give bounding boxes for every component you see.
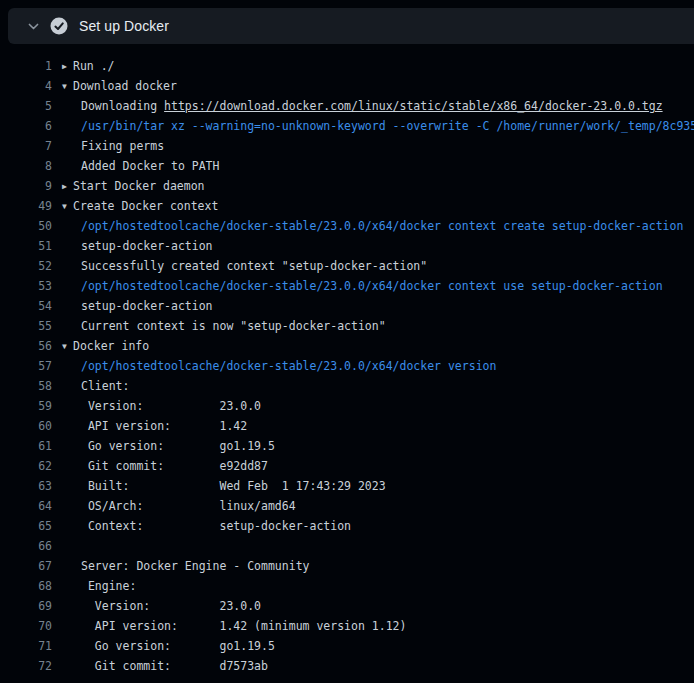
log-text: API version: 1.42 <box>81 419 247 433</box>
line-number[interactable]: 54 <box>0 296 52 316</box>
log-line-content: Successfully created context "setup-dock… <box>81 256 427 276</box>
line-number[interactable]: 55 <box>0 316 52 336</box>
group-collapsed-icon: ▶ <box>62 57 73 76</box>
line-number[interactable]: 1 <box>0 56 52 76</box>
log-container: 1▶Run ./4▼Download docker5Downloading ht… <box>0 44 694 676</box>
log-line: 52Successfully created context "setup-do… <box>0 256 694 276</box>
line-number[interactable]: 66 <box>0 536 52 556</box>
line-number[interactable]: 62 <box>0 456 52 476</box>
group-title: Start Docker daemon <box>73 179 205 193</box>
log-text: Client: <box>81 379 129 393</box>
line-number[interactable]: 65 <box>0 516 52 536</box>
log-line-content: /opt/hostedtoolcache/docker-stable/23.0.… <box>81 216 683 236</box>
line-number[interactable]: 50 <box>0 216 52 236</box>
log-line-group[interactable]: 9▶Start Docker daemon <box>0 176 694 196</box>
log-text: Engine: <box>81 579 136 593</box>
line-number[interactable]: 59 <box>0 396 52 416</box>
log-line-content: Go version: go1.19.5 <box>81 436 275 456</box>
log-line-content: Git commit: d7573ab <box>81 656 268 676</box>
log-line-content: ▼Create Docker context <box>62 196 218 216</box>
group-collapsed-icon: ▶ <box>62 177 73 196</box>
log-line-content: ▶Run ./ <box>62 56 115 76</box>
log-line: 65 Context: setup-docker-action <box>0 516 694 536</box>
log-text: Successfully created context "setup-dock… <box>81 259 427 273</box>
line-number[interactable]: 68 <box>0 576 52 596</box>
line-number[interactable]: 71 <box>0 636 52 656</box>
log-text: API version: 1.42 (minimum version 1.12) <box>81 619 406 633</box>
log-link[interactable]: https://download.docker.com/linux/static… <box>164 99 663 113</box>
line-number[interactable]: 58 <box>0 376 52 396</box>
log-line-group[interactable]: 1▶Run ./ <box>0 56 694 76</box>
line-number[interactable]: 5 <box>0 96 52 116</box>
log-line: 54setup-docker-action <box>0 296 694 316</box>
log-text: Git commit: e92dd87 <box>81 459 268 473</box>
line-number[interactable]: 57 <box>0 356 52 376</box>
log-line: 70 API version: 1.42 (minimum version 1.… <box>0 616 694 636</box>
line-number[interactable]: 51 <box>0 236 52 256</box>
line-number[interactable]: 8 <box>0 156 52 176</box>
log-line-content: setup-docker-action <box>81 236 213 256</box>
log-line-content: Built: Wed Feb 1 17:43:29 2023 <box>81 476 386 496</box>
line-number[interactable]: 56 <box>0 336 52 356</box>
group-expanded-icon: ▼ <box>62 77 73 96</box>
log-line-group[interactable]: 4▼Download docker <box>0 76 694 96</box>
check-circle-icon <box>50 17 68 35</box>
log-line-content: Client: <box>81 376 129 396</box>
log-line: 66 <box>0 536 694 556</box>
log-text: Current context is now "setup-docker-act… <box>81 319 386 333</box>
log-line: 6/usr/bin/tar xz --warning=no-unknown-ke… <box>0 116 694 136</box>
line-number[interactable]: 60 <box>0 416 52 436</box>
step-title: Set up Docker <box>79 18 169 34</box>
log-line: 53/opt/hostedtoolcache/docker-stable/23.… <box>0 276 694 296</box>
log-line: 61 Go version: go1.19.5 <box>0 436 694 456</box>
line-number[interactable]: 64 <box>0 496 52 516</box>
log-line: 8Added Docker to PATH <box>0 156 694 176</box>
command-text: /opt/hostedtoolcache/docker-stable/23.0.… <box>81 279 663 293</box>
log-line-group[interactable]: 56▼Docker info <box>0 336 694 356</box>
group-expanded-icon: ▼ <box>62 197 73 216</box>
log-line: 68 Engine: <box>0 576 694 596</box>
log-text: Downloading <box>81 99 164 113</box>
chevron-down-icon[interactable] <box>27 20 40 33</box>
group-title: Docker info <box>73 339 149 353</box>
log-line: 63 Built: Wed Feb 1 17:43:29 2023 <box>0 476 694 496</box>
log-text: Fixing perms <box>81 139 164 153</box>
log-line-content: Downloading https://download.docker.com/… <box>81 96 663 116</box>
command-text: /opt/hostedtoolcache/docker-stable/23.0.… <box>81 219 683 233</box>
log-line-group[interactable]: 49▼Create Docker context <box>0 196 694 216</box>
log-line-content: Git commit: e92dd87 <box>81 456 268 476</box>
log-text: setup-docker-action <box>81 239 213 253</box>
line-number[interactable]: 52 <box>0 256 52 276</box>
log-line-content: API version: 1.42 <box>81 416 247 436</box>
log-text: Added Docker to PATH <box>81 159 219 173</box>
log-line-content: Version: 23.0.0 <box>81 396 261 416</box>
log-line: 64 OS/Arch: linux/amd64 <box>0 496 694 516</box>
line-number[interactable]: 70 <box>0 616 52 636</box>
line-number[interactable]: 61 <box>0 436 52 456</box>
line-number[interactable]: 63 <box>0 476 52 496</box>
log-line: 55Current context is now "setup-docker-a… <box>0 316 694 336</box>
line-number[interactable]: 9 <box>0 176 52 196</box>
line-number[interactable]: 53 <box>0 276 52 296</box>
log-line: 50/opt/hostedtoolcache/docker-stable/23.… <box>0 216 694 236</box>
log-line-content: /opt/hostedtoolcache/docker-stable/23.0.… <box>81 356 496 376</box>
line-number[interactable]: 7 <box>0 136 52 156</box>
log-line-content: ▶Start Docker daemon <box>62 176 205 196</box>
line-number[interactable]: 4 <box>0 76 52 96</box>
group-title: Create Docker context <box>73 199 218 213</box>
log-line-content: Current context is now "setup-docker-act… <box>81 316 386 336</box>
log-line: 69 Version: 23.0.0 <box>0 596 694 616</box>
line-number[interactable]: 49 <box>0 196 52 216</box>
log-line-content: Go version: go1.19.5 <box>81 636 275 656</box>
line-number[interactable]: 72 <box>0 656 52 676</box>
log-line: 72 Git commit: d7573ab <box>0 656 694 676</box>
line-number[interactable]: 67 <box>0 556 52 576</box>
log-text: setup-docker-action <box>81 299 213 313</box>
log-line-content: /usr/bin/tar xz --warning=no-unknown-key… <box>81 116 694 136</box>
log-line-content: API version: 1.42 (minimum version 1.12) <box>81 616 406 636</box>
line-number[interactable]: 69 <box>0 596 52 616</box>
log-line-content: Server: Docker Engine - Community <box>81 556 309 576</box>
step-header[interactable]: Set up Docker <box>8 8 694 44</box>
line-number[interactable]: 6 <box>0 116 52 136</box>
group-title: Run ./ <box>73 59 115 73</box>
